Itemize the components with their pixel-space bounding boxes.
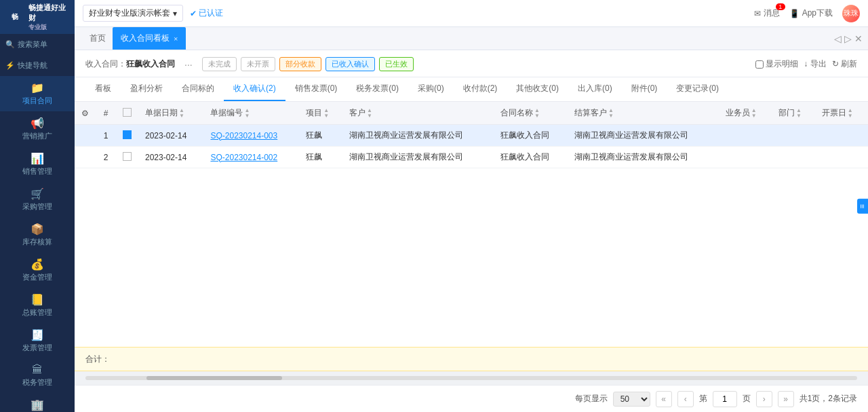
row-project-0: 狂飙 bbox=[299, 125, 342, 147]
quick-nav-item[interactable]: ⚡ 快捷导航 bbox=[0, 55, 75, 76]
close-tab-button[interactable]: × bbox=[174, 35, 178, 43]
status-tags: 未完成未开票部分收款已收入确认已生效 bbox=[202, 57, 414, 71]
total-label: 合计： bbox=[85, 354, 110, 365]
inner-tab-0[interactable]: 看板 bbox=[85, 77, 121, 101]
last-page-button[interactable]: » bbox=[778, 391, 794, 407]
inner-tab-5[interactable]: 税务发票(0) bbox=[347, 77, 408, 101]
download-icon: 📱 bbox=[789, 9, 800, 18]
inner-tab-10[interactable]: 附件(0) bbox=[622, 77, 667, 101]
message-icon: ✉ bbox=[754, 9, 761, 18]
sidebar-item-0[interactable]: 📁 项目合同 bbox=[0, 76, 75, 111]
per-page-select[interactable]: 50 20 100 bbox=[613, 392, 650, 407]
scroll-thumb[interactable] bbox=[146, 376, 282, 380]
message-button[interactable]: ✉ 1 消息 bbox=[754, 7, 780, 19]
sidebar-item-3[interactable]: 🛒 采购管理 bbox=[0, 182, 75, 217]
page-input[interactable] bbox=[713, 391, 737, 407]
sidebar-item-1[interactable]: 📢 营销推广 bbox=[0, 111, 75, 147]
open-date-col-header[interactable]: 开票日▲▼ bbox=[815, 102, 868, 125]
date-col-header[interactable]: 单据日期▲▼ bbox=[138, 102, 203, 125]
row-checkbox-0[interactable] bbox=[116, 125, 138, 147]
sidebar-label-1: 营销推广 bbox=[22, 131, 52, 141]
table-row[interactable]: 1 2023-02-14 SQ-20230214-003 狂飙 湖南卫视商业运营… bbox=[75, 125, 868, 147]
sidebar-item-5[interactable]: 💰 资金管理 bbox=[0, 252, 75, 288]
search-menu-item[interactable]: 🔍 搜索菜单 bbox=[0, 34, 75, 55]
status-tag-4[interactable]: 已生效 bbox=[379, 57, 414, 71]
contract-col-header[interactable]: 合同名称▲▼ bbox=[494, 102, 568, 125]
sidebar-item-6[interactable]: 📒 总账管理 bbox=[0, 288, 75, 323]
status-tag-3[interactable]: 已收入确认 bbox=[326, 57, 375, 71]
sidebar-item-9[interactable]: 🏢 固定资产 bbox=[0, 393, 75, 412]
sidebar-item-7[interactable]: 🧾 发票管理 bbox=[0, 323, 75, 358]
sidebar-item-8[interactable]: 🏛 税务管理 bbox=[0, 358, 75, 393]
sidebar-icon-9: 🏢 bbox=[31, 398, 44, 411]
row-customer-0: 湖南卫视商业运营发展有限公司 bbox=[342, 125, 494, 147]
inner-tab-11[interactable]: 变更记录(0) bbox=[667, 77, 728, 101]
row-code-1[interactable]: SQ-20230214-002 bbox=[203, 147, 299, 168]
row-checkbox-1[interactable] bbox=[116, 147, 138, 168]
more-options-button[interactable]: ··· bbox=[182, 59, 195, 70]
next-page-button[interactable]: › bbox=[756, 391, 772, 407]
inner-tab-7[interactable]: 收付款(2) bbox=[454, 77, 507, 101]
checkbox-col-header[interactable] bbox=[116, 102, 138, 125]
result-customer-col-header[interactable]: 结算客户▲▼ bbox=[568, 102, 719, 125]
page-title-value: 狂飙收入合同 bbox=[126, 59, 175, 69]
code-col-header[interactable]: 单据编号▲▼ bbox=[203, 102, 299, 125]
topbar: 好业财专业版演示帐套 ▾ ✔ 已认证 ✉ 1 消息 📱 App下载 珠珠 bbox=[75, 0, 868, 27]
page-header: 收入合同：狂飙收入合同 ··· 未完成未开票部分收款已收入确认已生效 显示明细 … bbox=[75, 50, 868, 77]
row-num-1: 2 bbox=[96, 147, 116, 168]
row-settings-1 bbox=[75, 147, 96, 168]
scroll-area[interactable] bbox=[75, 371, 868, 385]
inner-tab-8[interactable]: 其他收支(0) bbox=[507, 77, 568, 101]
pagination: 每页显示 50 20 100 « ‹ 第 页 › » 共1页，2条记录 bbox=[75, 385, 868, 412]
user-avatar[interactable]: 珠珠 bbox=[842, 5, 860, 22]
sidebar-label-2: 销售管理 bbox=[22, 166, 52, 176]
status-tag-2[interactable]: 部分收款 bbox=[279, 57, 321, 71]
app-download-label: App下载 bbox=[802, 7, 833, 19]
nav-next-icon[interactable]: ▷ bbox=[844, 33, 852, 44]
row-open-date-0 bbox=[815, 125, 868, 147]
settings-col-header[interactable]: ⚙ bbox=[75, 102, 96, 125]
inner-tab-6[interactable]: 采购(0) bbox=[408, 77, 454, 101]
app-type: 专业版 bbox=[28, 23, 69, 32]
nav-prev-icon[interactable]: ◁ bbox=[834, 33, 842, 44]
row-department-1 bbox=[772, 147, 815, 168]
status-tag-1[interactable]: 未开票 bbox=[241, 57, 275, 71]
status-tag-0[interactable]: 未完成 bbox=[202, 57, 237, 71]
show-detail-checkbox[interactable]: 显示明细 bbox=[755, 58, 798, 70]
side-panel-toggle[interactable]: ≡ bbox=[857, 198, 868, 213]
page-header-right: 显示明细 ↓ 导出 ↻ 刷新 bbox=[755, 58, 857, 70]
app-download-button[interactable]: 📱 App下载 bbox=[789, 7, 833, 19]
row-contract-0: 狂飙收入合同 bbox=[494, 125, 568, 147]
first-page-button[interactable]: « bbox=[656, 391, 672, 407]
total-records-label: 共1页，2条记录 bbox=[800, 393, 857, 405]
export-button[interactable]: ↓ 导出 bbox=[804, 58, 826, 70]
row-contract-1: 狂飙收入合同 bbox=[494, 147, 568, 168]
export-label: 导出 bbox=[810, 59, 827, 69]
row-department-0 bbox=[772, 125, 815, 147]
customer-col-header[interactable]: 客户▲▼ bbox=[342, 102, 494, 125]
row-code-0[interactable]: SQ-20230214-003 bbox=[203, 125, 299, 147]
sidebar: 畅 畅捷通好业财 专业版 🔍 搜索菜单 ⚡ 快捷导航 📁 项目合同 📢 营销推广… bbox=[0, 0, 75, 412]
inner-tab-3[interactable]: 收入确认(2) bbox=[224, 77, 285, 101]
scroll-track[interactable] bbox=[85, 376, 857, 380]
quick-nav-icon: ⚡ bbox=[5, 61, 15, 70]
prev-page-button[interactable]: ‹ bbox=[677, 391, 694, 407]
department-col-header[interactable]: 部门▲▼ bbox=[772, 102, 815, 125]
sidebar-item-4[interactable]: 📦 库存核算 bbox=[0, 217, 75, 252]
nav-close-icon[interactable]: ✕ bbox=[854, 33, 863, 44]
inner-tab-4[interactable]: 销售发票(0) bbox=[285, 77, 347, 101]
inner-tab-1[interactable]: 盈利分析 bbox=[121, 77, 172, 101]
project-col-header[interactable]: 项目▲▼ bbox=[299, 102, 342, 125]
salesman-col-header[interactable]: 业务员▲▼ bbox=[719, 102, 772, 125]
active-tab-label: 收入合同看板 bbox=[121, 33, 170, 44]
table-row[interactable]: 2 2023-02-14 SQ-20230214-002 狂飙 湖南卫视商业运营… bbox=[75, 147, 868, 168]
active-tab[interactable]: 收入合同看板 × bbox=[113, 27, 186, 50]
page-title: 收入合同：狂飙收入合同 bbox=[85, 58, 175, 70]
sidebar-icon-6: 📒 bbox=[31, 293, 44, 306]
inner-tab-2[interactable]: 合同标的 bbox=[172, 77, 224, 101]
inner-tab-9[interactable]: 出入库(0) bbox=[568, 77, 622, 101]
sidebar-item-2[interactable]: 📊 销售管理 bbox=[0, 147, 75, 182]
company-selector[interactable]: 好业财专业版演示帐套 ▾ bbox=[83, 5, 183, 22]
refresh-button[interactable]: ↻ 刷新 bbox=[832, 58, 857, 70]
home-tab[interactable]: 首页 bbox=[83, 27, 113, 50]
